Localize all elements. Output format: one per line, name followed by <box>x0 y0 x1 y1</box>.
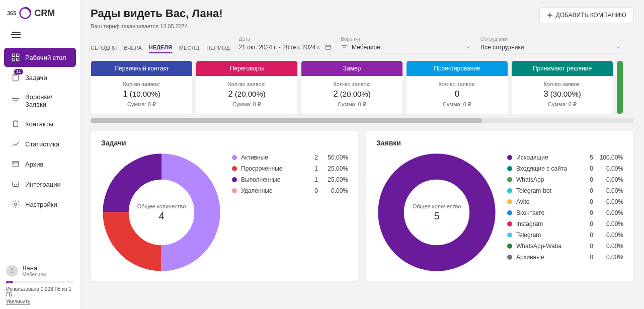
pipeline-card[interactable]: Переговоры Кол-во заявок: 2 (20.00%) Сум… <box>196 60 298 114</box>
legend-pct: 50.00% <box>322 154 348 161</box>
legend-pct: 0.00% <box>597 254 623 261</box>
tasks-panel: Задачи Общее количество 4 Активные 2 50.… <box>91 130 359 281</box>
tab-month[interactable]: МЕСЯЦ <box>179 45 200 53</box>
legend-pct: 0.00% <box>597 198 623 205</box>
add-company-button[interactable]: ДОБАВИТЬ КОМПАНИЮ <box>539 7 634 23</box>
funnel-label: Воронки <box>341 36 471 42</box>
tab-yesterday[interactable]: ВЧЕРА <box>124 45 141 53</box>
pipeline-card[interactable]: Принимают решение Кол-во заявок: 3 (30.0… <box>511 60 613 114</box>
hamburger-icon[interactable] <box>0 26 80 47</box>
pipeline-count-value: 0 <box>409 89 506 99</box>
legend-row[interactable]: WhatsApp 0 0.00% <box>507 174 623 185</box>
legend-dot-icon <box>232 155 237 160</box>
nav-item-contacts[interactable]: Контакты <box>4 114 76 133</box>
legend-name: Telegram-bot <box>516 187 576 194</box>
staff-field[interactable]: Сотрудники Все сотрудники <box>480 36 621 53</box>
pipeline-card-peek[interactable] <box>616 60 623 114</box>
tab-period[interactable]: ПЕРИОД <box>206 45 229 53</box>
pipeline-card-head: Переговоры <box>196 61 297 76</box>
pipeline-count-label: Кол-во заявок: <box>514 81 611 87</box>
funnel-field[interactable]: Воронки Мебелион <box>341 36 471 53</box>
legend-count: 0 <box>580 187 593 194</box>
staff-label: Сотрудники <box>480 36 621 42</box>
leads-title: Заявки <box>376 139 623 147</box>
legend-pct: 25.00% <box>322 176 348 183</box>
legend-row[interactable]: Telegram 0 0.00% <box>507 229 623 241</box>
svg-rect-3 <box>12 58 15 61</box>
pipeline-count-value: 3 (30.00%) <box>514 89 611 99</box>
legend-row[interactable]: WhatsApp-Waba 0 0.00% <box>507 241 623 252</box>
funnel-icon <box>11 96 20 105</box>
archive-icon <box>11 160 20 169</box>
pipeline-card[interactable]: Замер Кол-во заявок: 2 (20.00%) Сумма: 0… <box>301 60 403 114</box>
page-title: Рады видеть Вас, Лана! <box>91 7 223 20</box>
legend-pct: 0.00% <box>322 187 348 194</box>
nav-item-dashboard[interactable]: Рабочий стол <box>4 48 76 67</box>
nav-label: Рабочий стол <box>25 54 66 61</box>
avatar-icon <box>6 265 18 277</box>
legend-row[interactable]: Instagram 0 0.00% <box>507 218 623 229</box>
legend-name: Выполненные <box>241 176 301 183</box>
legend-count: 0 <box>580 220 593 227</box>
nav-item-integrations[interactable]: Интеграции <box>4 175 76 194</box>
pipeline-scrollbar[interactable] <box>91 118 634 123</box>
legend-name: Входящие с сайта <box>516 165 576 172</box>
nav-item-settings[interactable]: Настройки <box>4 195 76 214</box>
legend-row[interactable]: Выполненные 1 25.00% <box>232 174 348 185</box>
legend-pct: 0.00% <box>597 187 623 194</box>
svg-point-10 <box>14 184 15 185</box>
pipeline-count-label: Кол-во заявок: <box>93 81 190 87</box>
tariff-text: Ваш тариф заканчивается 13.05.2074 <box>91 23 223 29</box>
dashboard-icon <box>11 53 20 62</box>
nav-item-stats[interactable]: Статистика <box>4 134 76 153</box>
svg-point-13 <box>11 268 13 271</box>
svg-rect-4 <box>17 58 19 61</box>
svg-point-11 <box>16 184 17 185</box>
legend-name: Avito <box>516 198 576 205</box>
pipeline-card[interactable]: Первичный контакт Кол-во заявок: 1 (10.0… <box>91 60 193 114</box>
filters: СЕГОДНЯ ВЧЕРА НЕДЕЛЯ МЕСЯЦ ПЕРИОД Дата 2… <box>91 36 634 53</box>
legend-dot-icon <box>507 166 512 171</box>
panels: Задачи Общее количество 4 Активные 2 50.… <box>91 130 634 281</box>
nav-label: Интеграции <box>25 181 61 188</box>
logo[interactable]: 365 CRM <box>0 0 80 26</box>
nav-item-archive[interactable]: Архив <box>4 154 76 174</box>
svg-point-12 <box>15 203 17 206</box>
user-row[interactable]: Лана Мебелион <box>6 264 74 277</box>
date-label: Дата <box>239 36 332 42</box>
chevron-down-icon <box>464 44 471 51</box>
legend-count: 0 <box>580 165 593 172</box>
legend-row[interactable]: Avito 0 0.00% <box>507 196 623 207</box>
tab-week[interactable]: НЕДЕЛЯ <box>149 44 172 53</box>
user-company: Мебелион <box>22 272 46 277</box>
leads-donut: Общее количество 5 <box>376 152 497 273</box>
pipeline-card-body: Кол-во заявок: 0 Сумма: 0 ₽ <box>407 76 508 114</box>
legend-row[interactable]: Вконтакте 0 0.00% <box>507 207 623 218</box>
legend-pct: 25.00% <box>322 165 348 172</box>
main: Рады видеть Вас, Лана! Ваш тариф заканчи… <box>80 0 644 309</box>
legend-dot-icon <box>232 188 237 193</box>
storage-upgrade-link[interactable]: Увеличить <box>6 299 30 304</box>
legend-row[interactable]: Активные 2 50.00% <box>232 152 348 163</box>
pipeline-count-value: 2 (20.00%) <box>303 89 400 99</box>
legend-count: 2 <box>305 154 318 161</box>
tab-today[interactable]: СЕГОДНЯ <box>91 45 117 53</box>
legend-row[interactable]: Исходящие 5 100.00% <box>507 152 623 163</box>
nav-item-tasks[interactable]: 11 Задачи <box>4 68 76 87</box>
legend-row[interactable]: Просроченные 1 25.00% <box>232 163 348 174</box>
legend-row[interactable]: Удаленные 0 0.00% <box>232 185 348 196</box>
legend-pct: 0.00% <box>597 243 623 250</box>
user-name: Лана <box>22 264 46 272</box>
nav-item-funnels[interactable]: Воронки/Заявки <box>4 88 76 113</box>
legend-row[interactable]: Входящие с сайта 0 0.00% <box>507 163 623 174</box>
legend-pct: 0.00% <box>597 176 623 183</box>
date-field[interactable]: Дата 21 окт. 2024 г. - 28 окт. 2024 г. <box>239 36 332 53</box>
legend-row[interactable]: Telegram-bot 0 0.00% <box>507 185 623 196</box>
legend-row[interactable]: Архивные 0 0.00% <box>507 252 623 263</box>
pipeline-card[interactable]: Проектирование Кол-во заявок: 0 Сумма: 0… <box>406 60 508 114</box>
nav-label: Контакты <box>25 120 53 128</box>
leads-center-value: 5 <box>434 210 439 222</box>
pipeline-card-body: Кол-во заявок: 2 (20.00%) Сумма: 0 ₽ <box>196 76 297 114</box>
svg-rect-8 <box>13 163 19 167</box>
pipeline-card-body: Кол-во заявок: 1 (10.00%) Сумма: 0 ₽ <box>91 76 192 114</box>
